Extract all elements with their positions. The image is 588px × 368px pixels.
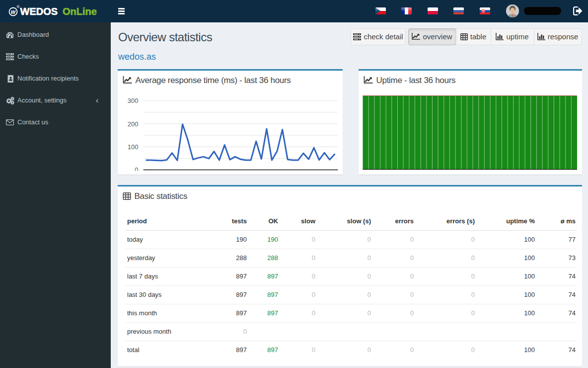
- svg-text:200: 200: [128, 120, 139, 128]
- svg-text:0: 0: [135, 166, 138, 171]
- svg-text:WEDOS: WEDOS: [20, 6, 58, 17]
- svg-text:R: R: [17, 6, 19, 8]
- svg-text:OnLine: OnLine: [63, 6, 97, 17]
- svg-text:w: w: [11, 8, 16, 15]
- svg-text:100: 100: [128, 143, 139, 151]
- svg-text:300: 300: [128, 97, 139, 104]
